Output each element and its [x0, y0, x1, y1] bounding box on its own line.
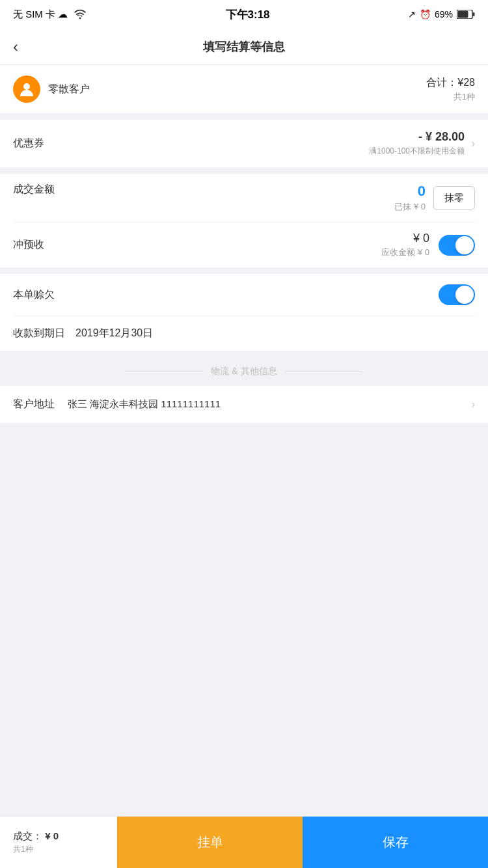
- bottom-deal-value: ¥ 0: [45, 830, 59, 841]
- address-row[interactable]: 客户地址 张三 海淀永丰科技园 11111111111 ›: [0, 386, 488, 423]
- transaction-value-col: 0 已抹 ¥ 0: [394, 183, 426, 213]
- coupon-label: 优惠券: [13, 137, 44, 150]
- prereceive-label: 冲预收: [13, 238, 44, 252]
- prereceive-right: ¥ 0 应收金额 ¥ 0: [381, 232, 475, 258]
- bottom-btn-group: 挂单 保存: [117, 817, 488, 868]
- page-title: 填写结算等信息: [203, 39, 285, 55]
- customer-total: 合计：¥28 共1种: [426, 76, 475, 103]
- debt-toggle[interactable]: [439, 284, 475, 305]
- coupon-right: - ¥ 28.00 满1000-100不限制使用金额 ›: [369, 130, 475, 157]
- status-left: 无 SIM 卡 ☁: [13, 8, 87, 21]
- address-label: 客户地址: [13, 398, 55, 411]
- address-value: 张三 海淀永丰科技园 11111111111: [68, 398, 471, 411]
- debt-label: 本单赊欠: [13, 288, 55, 302]
- due-date-value: 2019年12月30日: [75, 327, 153, 340]
- location-icon: ↗: [408, 9, 416, 20]
- prereceive-toggle[interactable]: [439, 235, 475, 256]
- avatar: [13, 75, 40, 103]
- round-zero-button[interactable]: 抹零: [433, 186, 475, 210]
- battery-icon: [457, 10, 475, 19]
- customer-row: 零散客户 合计：¥28 共1种: [0, 65, 488, 113]
- due-date-label: 收款到期日: [13, 327, 65, 340]
- logistics-line-right: [285, 372, 363, 372]
- bottom-deal: 成交： ¥ 0: [13, 830, 104, 843]
- transaction-label: 成交金额: [13, 183, 55, 197]
- battery-label: 69%: [435, 9, 453, 20]
- svg-rect-1: [457, 11, 468, 18]
- total-count: 共1种: [426, 91, 475, 103]
- toggle-knob: [455, 236, 474, 254]
- status-time: 下午3:18: [226, 7, 270, 22]
- logistics-line-left: [125, 372, 203, 372]
- svg-rect-2: [472, 12, 474, 16]
- coupon-row[interactable]: 优惠券 - ¥ 28.00 满1000-100不限制使用金额 ›: [0, 120, 488, 167]
- transaction-sub: 已抹 ¥ 0: [394, 201, 426, 213]
- prereceive-amount: ¥ 0: [381, 232, 429, 245]
- status-bar: 无 SIM 卡 ☁ 下午3:18 ↗ ⏰ 69%: [0, 0, 488, 29]
- address-section: 客户地址 张三 海淀永丰科技园 11111111111 ›: [0, 386, 488, 423]
- back-button[interactable]: ‹: [13, 38, 18, 56]
- address-chevron-icon: ›: [471, 398, 475, 411]
- transaction-right: 0 已抹 ¥ 0 抹零: [394, 183, 475, 213]
- bottom-count: 共1种: [13, 844, 104, 855]
- save-button[interactable]: 保存: [303, 817, 488, 868]
- customer-name: 零散客户: [48, 83, 90, 96]
- status-right: ↗ ⏰ 69%: [408, 9, 475, 20]
- content: 零散客户 合计：¥28 共1种 优惠券 - ¥ 28.00 满1000-100不…: [0, 65, 488, 625]
- debt-toggle-knob: [455, 286, 474, 304]
- coupon-desc: 满1000-100不限制使用金额: [369, 146, 465, 157]
- coupon-chevron-icon: ›: [471, 137, 475, 150]
- prereceive-row: 冲预收 ¥ 0 应收金额 ¥ 0: [0, 223, 488, 267]
- wifi-icon: [73, 9, 87, 20]
- transaction-amount: 0: [394, 183, 426, 200]
- transaction-section: 成交金额 0 已抹 ¥ 0 抹零 冲预收 ¥ 0 应收金额 ¥ 0: [0, 174, 488, 267]
- hold-button[interactable]: 挂单: [117, 817, 303, 868]
- svg-point-3: [23, 83, 30, 90]
- nav-bar: ‹ 填写结算等信息: [0, 29, 488, 65]
- coupon-amount: - ¥ 28.00: [369, 130, 465, 144]
- debt-row: 本单赊欠: [0, 274, 488, 316]
- debt-section: 本单赊欠 收款到期日 2019年12月30日: [0, 274, 488, 351]
- transaction-row: 成交金额 0 已抹 ¥ 0 抹零: [0, 174, 488, 222]
- bottom-bar: 成交： ¥ 0 共1种 挂单 保存: [0, 816, 488, 868]
- logistics-label: 物流 & 其他信息: [211, 366, 277, 377]
- customer-section: 零散客户 合计：¥28 共1种: [0, 65, 488, 113]
- bottom-info: 成交： ¥ 0 共1种: [0, 830, 117, 855]
- total-amount: 合计：¥28: [426, 76, 475, 90]
- prereceive-value-col: ¥ 0 应收金额 ¥ 0: [381, 232, 429, 258]
- sim-label: 无 SIM 卡 ☁: [13, 8, 68, 21]
- customer-left: 零散客户: [13, 75, 90, 103]
- prereceive-sub: 应收金额 ¥ 0: [381, 247, 429, 258]
- alarm-icon: ⏰: [420, 9, 431, 20]
- coupon-value: - ¥ 28.00 满1000-100不限制使用金额: [369, 130, 465, 157]
- bottom-deal-label: 成交：: [13, 830, 42, 841]
- empty-area: [0, 429, 488, 560]
- coupon-section: 优惠券 - ¥ 28.00 满1000-100不限制使用金额 ›: [0, 120, 488, 167]
- logistics-divider: 物流 & 其他信息: [0, 357, 488, 386]
- due-date-row: 收款到期日 2019年12月30日: [0, 316, 488, 351]
